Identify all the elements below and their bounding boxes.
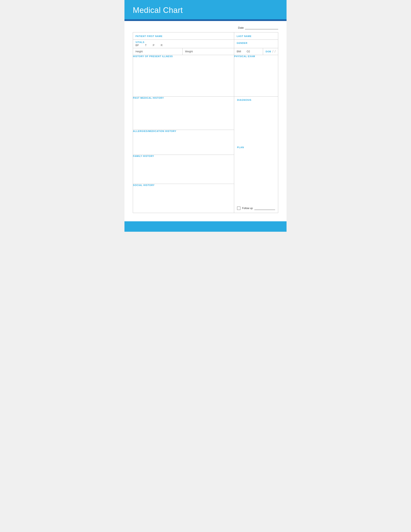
dob-slash-1: / bbox=[272, 50, 273, 53]
follow-up-label: Follow up bbox=[242, 207, 253, 210]
follow-up-line bbox=[254, 207, 275, 210]
social-history-cell: SOCIAL HISTORY bbox=[133, 184, 234, 213]
patient-first-name-cell: PATIENT FIRST NAME bbox=[133, 32, 234, 40]
history-of-present-illness-label: HISTORY OF PRESENT ILLNESS bbox=[133, 55, 234, 57]
past-medical-history-label: PAST MEDICAL HISTORY bbox=[133, 97, 234, 99]
height-cell: Height bbox=[133, 48, 183, 55]
follow-up-checkbox[interactable] bbox=[237, 207, 240, 210]
weight-cell: Weight bbox=[182, 48, 234, 55]
bp-label: BP bbox=[135, 44, 139, 47]
bmi-o2-cell: BMI O2 bbox=[234, 48, 263, 55]
date-label: Date bbox=[238, 26, 244, 29]
history-physical-row: HISTORY OF PRESENT ILLNESS PHYSICAL EXAM bbox=[133, 55, 278, 97]
height-label: Height bbox=[135, 50, 143, 53]
dob-slash-2: / bbox=[275, 50, 276, 53]
gender-label: GENDER bbox=[237, 42, 248, 44]
patient-first-name-label: PATIENT FIRST NAME bbox=[135, 35, 162, 38]
allergies-label: ALLERGIES/MEDICATION HISTORY bbox=[133, 130, 234, 132]
dob-cell: DOB / / bbox=[263, 48, 278, 55]
history-of-present-illness-cell: HISTORY OF PRESENT ILLNESS bbox=[133, 55, 234, 97]
patient-name-row: PATIENT FIRST NAME LAST NAME bbox=[133, 32, 278, 40]
date-row: Date bbox=[133, 26, 278, 29]
dob-label: DOB bbox=[266, 50, 271, 53]
footer bbox=[124, 221, 287, 232]
patient-last-name-cell: LAST NAME bbox=[234, 32, 278, 40]
physical-exam-label: PHYSICAL EXAM bbox=[234, 55, 278, 57]
weight-label: Weight bbox=[185, 50, 193, 53]
physical-exam-cell: PHYSICAL EXAM bbox=[234, 55, 278, 97]
content-area: Date PATIENT FIRST NAME LAST NAME VITALS… bbox=[124, 21, 287, 221]
vitals-label: VITALS bbox=[135, 41, 231, 43]
social-history-label: SOCIAL HISTORY bbox=[133, 184, 234, 186]
vitals-cell: VITALS BP T P R bbox=[133, 40, 234, 48]
vitals-row: VITALS BP T P R GENDER bbox=[133, 40, 278, 48]
past-medical-history-cell: PAST MEDICAL HISTORY bbox=[133, 97, 234, 130]
vitals-bp-row: BP T P R bbox=[135, 44, 231, 47]
diagnosis-plan-cell: DIAGNOSIS PLAN Follow up bbox=[234, 97, 278, 213]
diagnosis-label: DIAGNOSIS bbox=[237, 99, 275, 101]
patient-last-name-label: LAST NAME bbox=[237, 35, 251, 38]
measurements-row: Height Weight BMI O2 DOB / / bbox=[133, 48, 278, 55]
r-label: R bbox=[161, 44, 162, 47]
page-title: Medical Chart bbox=[133, 6, 278, 15]
t-label: T bbox=[145, 44, 146, 47]
date-line[interactable] bbox=[245, 26, 278, 29]
past-medical-row: PAST MEDICAL HISTORY DIAGNOSIS PLAN Foll bbox=[133, 97, 278, 130]
p-label: P bbox=[153, 44, 154, 47]
allergies-cell: ALLERGIES/MEDICATION HISTORY bbox=[133, 130, 234, 155]
plan-label: PLAN bbox=[237, 146, 275, 149]
bmi-label: BMI bbox=[237, 50, 241, 53]
family-history-cell: FAMILY HISTORY bbox=[133, 155, 234, 184]
medical-chart-table: PATIENT FIRST NAME LAST NAME VITALS BP T… bbox=[133, 32, 278, 213]
gender-cell: GENDER bbox=[234, 40, 278, 48]
follow-up-area: Follow up bbox=[237, 204, 275, 211]
family-history-label: FAMILY HISTORY bbox=[133, 155, 234, 157]
header-stripe bbox=[124, 19, 287, 21]
o2-label: O2 bbox=[247, 50, 250, 53]
header: Medical Chart bbox=[124, 0, 287, 19]
